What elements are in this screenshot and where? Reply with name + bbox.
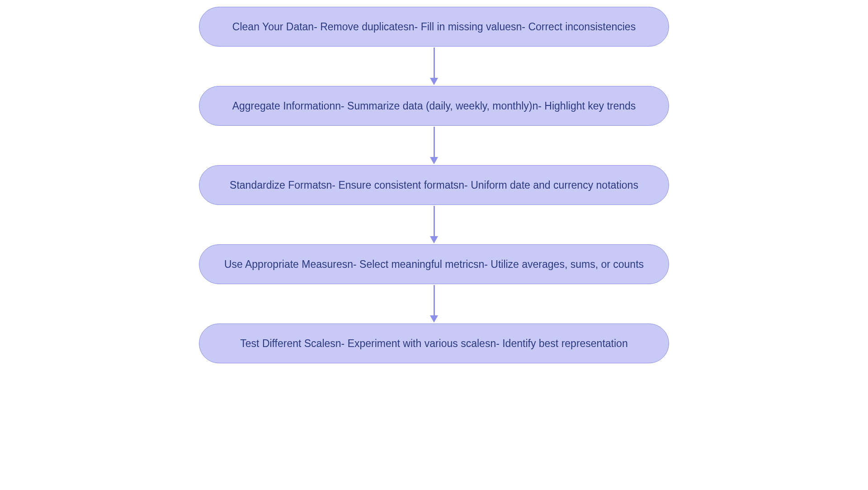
arrow-line xyxy=(434,48,435,78)
arrow-head-icon xyxy=(430,157,438,164)
node-text: Aggregate Informationn- Summarize data (… xyxy=(232,100,636,112)
arrow-line xyxy=(434,127,435,157)
arrow xyxy=(433,284,435,323)
arrow xyxy=(433,205,435,244)
arrow xyxy=(433,47,435,86)
arrow-head-icon xyxy=(430,315,438,323)
arrow-line xyxy=(434,285,435,315)
arrow-head-icon xyxy=(430,78,438,85)
flowchart-node: Use Appropriate Measuresn- Select meanin… xyxy=(199,244,669,284)
flowchart-container: Clean Your Datan- Remove duplicatesn- Fi… xyxy=(199,7,669,363)
flowchart-node: Standardize Formatsn- Ensure consistent … xyxy=(199,165,669,205)
flowchart-node: Test Different Scalesn- Experiment with … xyxy=(199,323,669,363)
arrow-head-icon xyxy=(430,236,438,243)
flowchart-node: Aggregate Informationn- Summarize data (… xyxy=(199,86,669,126)
arrow xyxy=(433,126,435,165)
node-text: Use Appropriate Measuresn- Select meanin… xyxy=(224,258,644,271)
node-text: Clean Your Datan- Remove duplicatesn- Fi… xyxy=(232,21,636,33)
node-text: Test Different Scalesn- Experiment with … xyxy=(240,338,627,350)
flowchart-node: Clean Your Datan- Remove duplicatesn- Fi… xyxy=(199,7,669,47)
arrow-line xyxy=(434,206,435,236)
node-text: Standardize Formatsn- Ensure consistent … xyxy=(230,179,638,191)
